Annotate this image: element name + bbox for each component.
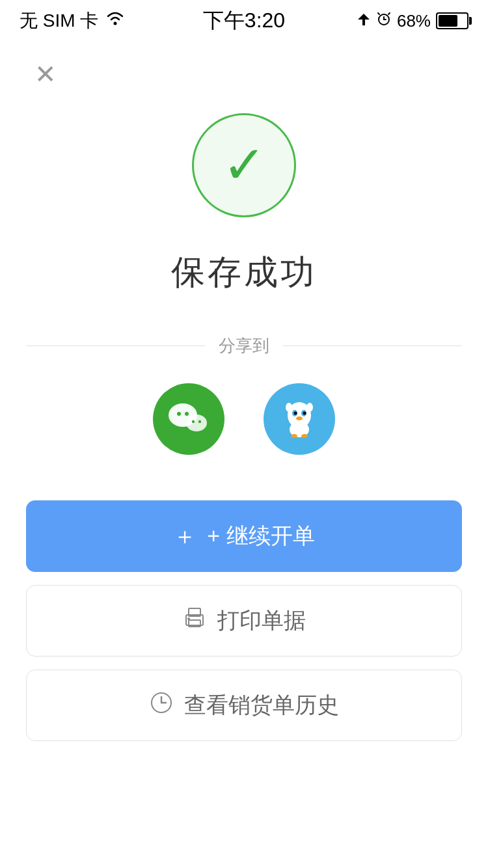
svg-point-12 <box>303 412 306 415</box>
continue-icon: ＋ <box>173 521 197 552</box>
qq-share-button[interactable] <box>264 383 335 455</box>
svg-point-18 <box>306 403 313 412</box>
svg-point-4 <box>177 412 181 416</box>
status-bar: 无 SIM 卡 下午3:20 68% <box>0 0 488 42</box>
status-time: 下午3:20 <box>203 7 285 35</box>
svg-point-0 <box>114 21 117 25</box>
svg-point-5 <box>185 412 189 416</box>
continue-button[interactable]: ＋ + 继续开单 <box>26 500 462 572</box>
svg-point-17 <box>286 403 292 412</box>
svg-point-11 <box>294 412 297 415</box>
svg-point-22 <box>187 617 190 620</box>
qq-icon <box>277 397 321 441</box>
history-icon <box>149 690 174 720</box>
close-button[interactable]: ✕ <box>26 55 65 94</box>
svg-point-7 <box>198 420 201 423</box>
battery-percent: 68% <box>397 11 431 31</box>
success-circle: ✓ <box>192 113 296 217</box>
divider-line-left <box>26 346 206 346</box>
svg-point-15 <box>291 434 297 438</box>
wechat-share-button[interactable] <box>153 383 224 455</box>
divider-line-right <box>282 346 462 346</box>
wifi-icon <box>105 11 126 31</box>
status-right: 68% <box>357 11 468 31</box>
no-sim-text: 无 SIM 卡 <box>20 8 98 33</box>
history-label: 查看销货单历史 <box>184 690 339 720</box>
status-left: 无 SIM 卡 <box>20 8 126 33</box>
svg-point-16 <box>301 434 308 438</box>
alarm-icon <box>376 11 392 31</box>
svg-point-3 <box>186 414 207 431</box>
battery-icon <box>436 12 468 29</box>
close-icon: ✕ <box>34 61 57 87</box>
print-icon <box>182 607 207 634</box>
location-icon <box>357 11 371 31</box>
svg-point-13 <box>296 416 303 420</box>
wechat-icon <box>166 400 211 439</box>
continue-label: + 继续开单 <box>207 521 314 551</box>
success-title: 保存成功 <box>171 250 317 295</box>
battery-fill <box>439 15 457 27</box>
history-button[interactable]: 查看销货单历史 <box>26 670 462 741</box>
svg-point-6 <box>192 420 195 423</box>
checkmark-icon: ✓ <box>223 139 266 191</box>
share-divider: 分享到 <box>26 334 462 357</box>
print-label: 打印单据 <box>217 606 306 636</box>
action-buttons: ＋ + 继续开单 打印单据 查看销货单历 <box>26 500 462 741</box>
share-icons <box>153 383 335 455</box>
print-button[interactable]: 打印单据 <box>26 585 462 657</box>
main-content: ✕ ✓ 保存成功 分享到 <box>0 42 488 754</box>
share-label: 分享到 <box>219 334 269 357</box>
